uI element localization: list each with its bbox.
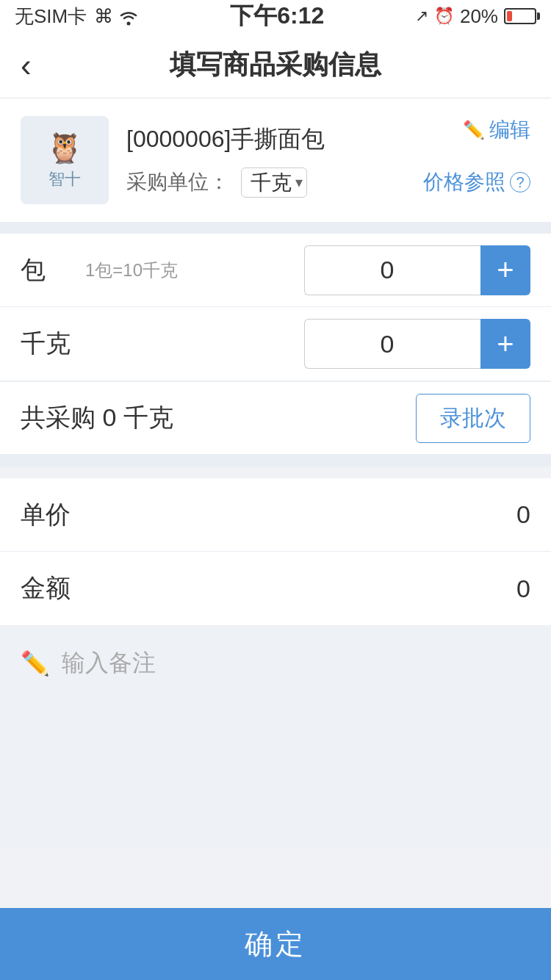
price-ref-label: 价格参照 (423, 168, 505, 196)
price-ref-button[interactable]: 价格参照 ? (423, 168, 530, 196)
status-right: ↗ ⏰ 20% (415, 5, 536, 28)
summary-text: 共采购 0 千克 (21, 401, 173, 435)
bag-quantity-input[interactable] (304, 245, 480, 295)
nav-bar: ‹ 填写商品采购信息 (0, 32, 551, 98)
kg-label: 千克 (21, 327, 79, 361)
amount-value: 0 (516, 574, 530, 603)
bag-quantity-row: 包 1包=10千克 + (0, 234, 551, 307)
svg-point-0 (127, 21, 131, 25)
owl-icon: 🦉 (46, 131, 83, 165)
unit-label: 采购单位： (126, 168, 229, 196)
page-title: 填写商品采购信息 (170, 47, 381, 83)
unit-price-value: 0 (516, 500, 530, 529)
summary-row: 共采购 0 千克 录批次 (0, 381, 551, 455)
content-spacer (0, 702, 551, 849)
confirm-label: 确定 (245, 926, 306, 963)
kg-input-group: + (304, 319, 530, 369)
note-section[interactable]: ✏️ 输入备注 (0, 625, 551, 702)
kg-quantity-input[interactable] (304, 319, 480, 369)
quantity-section: 包 1包=10千克 + 千克 + (0, 234, 551, 381)
price-info-section: 单价 0 金额 0 (0, 478, 551, 625)
product-unit-row: 采购单位： 千克 包 价格参照 ? (126, 167, 530, 198)
help-icon: ? (510, 172, 530, 192)
product-card: 🦉 智十 [0000006]手撕面包 采购单位： 千克 包 价格参照 ? (0, 98, 551, 222)
divider-1 (0, 222, 551, 234)
unit-select-wrap[interactable]: 千克 包 (241, 167, 307, 198)
status-bar: 无SIM卡 ⌘ 下午6:12 ↗ ⏰ 20% (0, 0, 551, 32)
status-left: 无SIM卡 ⌘ (15, 4, 139, 29)
back-button[interactable]: ‹ (21, 49, 32, 82)
wifi-icon: ⌘ (94, 5, 139, 28)
unit-price-row: 单价 0 (0, 478, 551, 552)
bag-input-group: + (304, 245, 530, 295)
location-icon: ↗ (415, 7, 428, 26)
carrier-label: 无SIM卡 (15, 4, 87, 29)
amount-row: 金额 0 (0, 552, 551, 625)
amount-label: 金额 (21, 572, 71, 605)
thumb-label: 智十 (48, 168, 81, 190)
kg-plus-button[interactable]: + (480, 319, 530, 369)
status-time: 下午6:12 (230, 0, 324, 32)
edit-button[interactable]: ✏️ 编辑 (463, 116, 530, 144)
unit-select[interactable]: 千克 包 (241, 167, 307, 198)
bag-plus-button[interactable]: + (480, 245, 530, 295)
edit-icon: ✏️ (463, 120, 485, 140)
pencil-icon: ✏️ (21, 649, 50, 677)
edit-label: 编辑 (489, 116, 530, 144)
battery-percentage: 20% (460, 5, 498, 28)
product-thumbnail: 🦉 智十 (21, 116, 109, 204)
confirm-button[interactable]: 确定 (0, 908, 551, 980)
battery-icon (504, 8, 536, 24)
kg-quantity-row: 千克 + (0, 307, 551, 381)
note-placeholder: 输入备注 (62, 647, 156, 680)
divider-3 (0, 455, 551, 466)
bag-label: 包 (21, 253, 79, 287)
batch-button[interactable]: 录批次 (416, 394, 530, 443)
alarm-icon: ⏰ (434, 7, 454, 26)
bag-sublabel: 1包=10千克 (85, 259, 178, 282)
unit-price-label: 单价 (21, 498, 71, 532)
